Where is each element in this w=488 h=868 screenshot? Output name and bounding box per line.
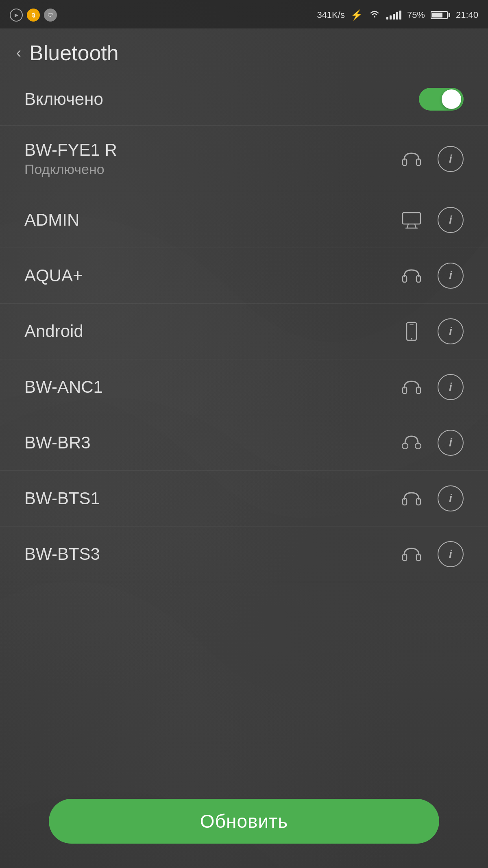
- svg-point-0: [374, 16, 375, 17]
- phone-icon: [399, 318, 425, 344]
- toggle-knob: [442, 89, 461, 109]
- device-name-bw-bts1: BW-BTS1: [24, 489, 399, 508]
- svg-line-5: [415, 224, 416, 228]
- headphone-icon: [399, 146, 425, 172]
- network-speed: 341K/s: [317, 10, 345, 20]
- info-icon-bw-br3[interactable]: i: [438, 430, 464, 456]
- bluetooth-toggle-row[interactable]: Включено: [0, 73, 488, 126]
- info-icon-bw-bts1[interactable]: i: [438, 485, 464, 511]
- device-row-aquaplus[interactable]: AQUA+ i: [0, 248, 488, 304]
- device-name-bw-br3: BW-BR3: [24, 433, 399, 452]
- battery-icon: [431, 11, 450, 19]
- info-icon-bw-bts3[interactable]: i: [438, 541, 464, 567]
- headphone-icon-bw-bts1: [399, 485, 425, 511]
- device-list: Включено BW-FYE1 R Подключено i: [0, 73, 488, 868]
- device-row-bw-anc1[interactable]: BW-ANC1 i: [0, 359, 488, 415]
- bluetooth-toggle-switch[interactable]: [419, 88, 464, 111]
- info-icon-bw-anc1[interactable]: i: [438, 374, 464, 400]
- device-info-bw-br3: BW-BR3: [24, 433, 399, 452]
- info-icon-android[interactable]: i: [438, 318, 464, 344]
- info-icon-admin[interactable]: i: [438, 207, 464, 233]
- device-row-android[interactable]: Android i: [0, 304, 488, 359]
- device-info-aquaplus: AQUA+: [24, 266, 399, 285]
- back-button[interactable]: ‹: [16, 44, 21, 61]
- device-actions-bw-bts3: i: [399, 541, 464, 567]
- device-name-android: Android: [24, 322, 399, 341]
- device-info-bw-anc1: BW-ANC1: [24, 377, 399, 397]
- device-actions-admin: i: [399, 207, 464, 233]
- device-actions-bw-fye1r: i: [399, 146, 464, 172]
- svg-rect-3: [403, 213, 420, 224]
- device-name-bw-bts3: BW-BTS3: [24, 544, 399, 564]
- device-name-bw-anc1: BW-ANC1: [24, 377, 399, 397]
- device-status-bw-fye1r: Подключено: [24, 161, 399, 177]
- bluetooth-toggle-label: Включено: [24, 89, 103, 109]
- device-info-bw-bts3: BW-BTS3: [24, 544, 399, 564]
- device-actions-android: i: [399, 318, 464, 344]
- monitor-icon: [399, 207, 425, 233]
- device-info-admin: ADMIN: [24, 210, 399, 230]
- device-name-aquaplus: AQUA+: [24, 266, 399, 285]
- shield-icon: 🛡: [44, 9, 57, 22]
- device-row-bw-bts3[interactable]: BW-BTS3 i: [0, 526, 488, 582]
- headphone-icon-aquaplus: [399, 263, 425, 289]
- device-actions-bw-bts1: i: [399, 485, 464, 511]
- status-left-icons: ▶ ₿ 🛡: [10, 9, 57, 22]
- headphone2-icon-bw-br3: [399, 430, 425, 456]
- svg-line-4: [407, 224, 408, 228]
- device-name-bw-fye1r: BW-FYE1 R: [24, 140, 399, 160]
- device-actions-aquaplus: i: [399, 263, 464, 289]
- page-title: Bluetooth: [29, 41, 119, 65]
- device-row-bw-fye1r[interactable]: BW-FYE1 R Подключено i: [0, 126, 488, 192]
- info-icon-bw-fye1r[interactable]: i: [438, 146, 464, 172]
- wifi-icon: [368, 9, 381, 21]
- headphone-icon-bw-bts3: [399, 541, 425, 567]
- device-actions-bw-br3: i: [399, 430, 464, 456]
- device-row-bw-br3[interactable]: BW-BR3 i: [0, 415, 488, 471]
- info-icon-aquaplus[interactable]: i: [438, 263, 464, 289]
- headphone-icon-bw-anc1: [399, 374, 425, 400]
- status-bar: ▶ ₿ 🛡 341K/s ⚡: [0, 0, 488, 28]
- battery-percent: 75%: [407, 10, 425, 20]
- update-button-container: Обновить: [49, 799, 439, 844]
- device-info-bw-bts1: BW-BTS1: [24, 489, 399, 508]
- svg-point-11: [411, 338, 412, 339]
- bluetooth-status-icon: ⚡: [351, 9, 363, 21]
- device-info-android: Android: [24, 322, 399, 341]
- device-row-admin[interactable]: ADMIN i: [0, 192, 488, 248]
- device-row-bw-bts1[interactable]: BW-BTS1 i: [0, 471, 488, 526]
- play-icon: ▶: [10, 9, 23, 22]
- header: ‹ Bluetooth: [0, 28, 488, 73]
- device-name-admin: ADMIN: [24, 210, 399, 230]
- signal-bars: [386, 11, 401, 20]
- clock: 21:40: [456, 10, 478, 20]
- status-right: 341K/s ⚡ 75%: [317, 9, 478, 21]
- device-actions-bw-anc1: i: [399, 374, 464, 400]
- device-info-bw-fye1r: BW-FYE1 R Подключено: [24, 140, 399, 177]
- coin-icon: ₿: [27, 9, 40, 22]
- update-button[interactable]: Обновить: [49, 799, 439, 844]
